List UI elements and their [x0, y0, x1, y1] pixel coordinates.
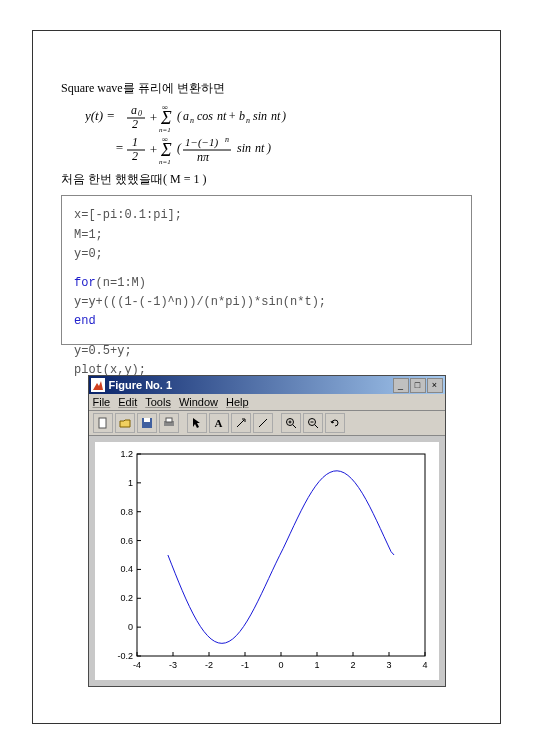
svg-line-44 — [293, 425, 296, 428]
svg-text:1: 1 — [132, 135, 138, 149]
svg-text:(: ( — [177, 109, 182, 123]
code-line: y=y+(((1-(-1)^n))/(n*pi))*sin(n*t); — [74, 293, 459, 312]
toolbar: A — [89, 411, 445, 436]
svg-rect-40 — [166, 418, 172, 422]
print-icon[interactable] — [159, 413, 179, 433]
svg-text:sin: sin — [253, 109, 267, 123]
plot-area: -4-3-2-101234-0.200.20.40.60.811.2 — [89, 436, 445, 686]
svg-text:a: a — [183, 109, 189, 123]
svg-text:y(t) =: y(t) = — [85, 108, 115, 123]
zoom-out-icon[interactable] — [303, 413, 323, 433]
svg-rect-50 — [137, 454, 425, 656]
svg-text:nt: nt — [271, 109, 281, 123]
svg-text:0.4: 0.4 — [120, 565, 133, 575]
svg-text:n: n — [246, 116, 250, 125]
svg-text:∞: ∞ — [162, 135, 168, 144]
menu-tools[interactable]: Tools — [145, 396, 171, 408]
svg-text:0: 0 — [138, 109, 142, 118]
menubar: File Edit Tools Window Help — [89, 394, 445, 411]
svg-text:1−(−1): 1−(−1) — [185, 136, 219, 149]
svg-text:n: n — [190, 116, 194, 125]
zoom-in-icon[interactable] — [281, 413, 301, 433]
rotate-icon[interactable] — [325, 413, 345, 433]
svg-text:-1: -1 — [240, 660, 248, 670]
svg-line-48 — [315, 425, 318, 428]
new-icon[interactable] — [93, 413, 113, 433]
svg-text:): ) — [281, 109, 286, 123]
svg-text:nπ: nπ — [197, 150, 210, 164]
svg-text:-4: -4 — [132, 660, 140, 670]
code-line: x=[-pi:0.1:pi]; — [74, 206, 459, 225]
menu-file[interactable]: File — [93, 396, 111, 408]
svg-text:nt: nt — [255, 141, 265, 155]
text-icon[interactable]: A — [209, 413, 229, 433]
svg-text:1: 1 — [127, 478, 132, 488]
minimize-button[interactable]: _ — [393, 378, 409, 393]
menu-window[interactable]: Window — [179, 396, 218, 408]
arrow-icon[interactable] — [231, 413, 251, 433]
window-title: Figure No. 1 — [109, 379, 392, 391]
svg-text:b: b — [239, 109, 245, 123]
svg-text:sin: sin — [237, 141, 251, 155]
save-icon[interactable] — [137, 413, 157, 433]
svg-text:+: + — [149, 142, 158, 157]
code-line: for(n=1:M) — [74, 274, 459, 293]
svg-text:1: 1 — [314, 660, 319, 670]
svg-text:0.8: 0.8 — [120, 507, 133, 517]
svg-text:0: 0 — [278, 660, 283, 670]
line-icon[interactable] — [253, 413, 273, 433]
svg-line-41 — [237, 420, 244, 427]
svg-text:cos: cos — [197, 109, 213, 123]
svg-text:0.6: 0.6 — [120, 536, 133, 546]
svg-text:0: 0 — [127, 623, 132, 633]
code-block: x=[-pi:0.1:pi]; M=1; y=0; for(n=1:M) y=y… — [61, 195, 472, 345]
svg-text:0.2: 0.2 — [120, 594, 133, 604]
pointer-icon[interactable] — [187, 413, 207, 433]
svg-text:4: 4 — [422, 660, 427, 670]
svg-text:2: 2 — [350, 660, 355, 670]
svg-rect-38 — [144, 418, 150, 422]
code-line: y=0; — [74, 245, 459, 264]
svg-text:2: 2 — [132, 117, 138, 131]
svg-text:-0.2: -0.2 — [117, 651, 133, 661]
code-line: end — [74, 312, 459, 331]
svg-text:n=1: n=1 — [159, 126, 171, 134]
menu-edit[interactable]: Edit — [118, 396, 137, 408]
svg-text:n=1: n=1 — [159, 158, 171, 166]
svg-text:): ) — [266, 141, 271, 155]
svg-text:∞: ∞ — [162, 103, 168, 112]
heading-first-run: 처음 한번 했했을때( M = 1 ) — [61, 170, 472, 189]
svg-text:nt: nt — [217, 109, 227, 123]
svg-line-42 — [259, 419, 267, 427]
formula-block: y(t) = a 0 2 + Σ ∞ n=1 ( a n cos nt + b … — [85, 102, 472, 168]
svg-text:-2: -2 — [204, 660, 212, 670]
titlebar[interactable]: Figure No. 1 _ □ × — [89, 376, 445, 394]
code-line: y=0.5+y; — [74, 342, 459, 361]
code-line: M=1; — [74, 226, 459, 245]
open-icon[interactable] — [115, 413, 135, 433]
svg-text:+: + — [228, 109, 236, 123]
svg-text:a: a — [131, 103, 137, 117]
svg-text:2: 2 — [132, 149, 138, 163]
close-button[interactable]: × — [427, 378, 443, 393]
menu-help[interactable]: Help — [226, 396, 249, 408]
svg-text:(: ( — [177, 141, 182, 155]
heading-fourier: Square wave를 퓨리에 변환하면 — [61, 79, 472, 98]
svg-rect-36 — [99, 418, 106, 428]
maximize-button[interactable]: □ — [410, 378, 426, 393]
chart: -4-3-2-101234-0.200.20.40.60.811.2 — [95, 442, 439, 680]
svg-text:-3: -3 — [168, 660, 176, 670]
figure-window: Figure No. 1 _ □ × File Edit Tools Windo… — [88, 375, 446, 687]
svg-text:n: n — [225, 135, 229, 144]
app-icon — [91, 378, 105, 392]
svg-text:3: 3 — [386, 660, 391, 670]
svg-text:1.2: 1.2 — [120, 449, 133, 459]
svg-text:=: = — [115, 140, 124, 155]
svg-text:+: + — [149, 110, 158, 125]
